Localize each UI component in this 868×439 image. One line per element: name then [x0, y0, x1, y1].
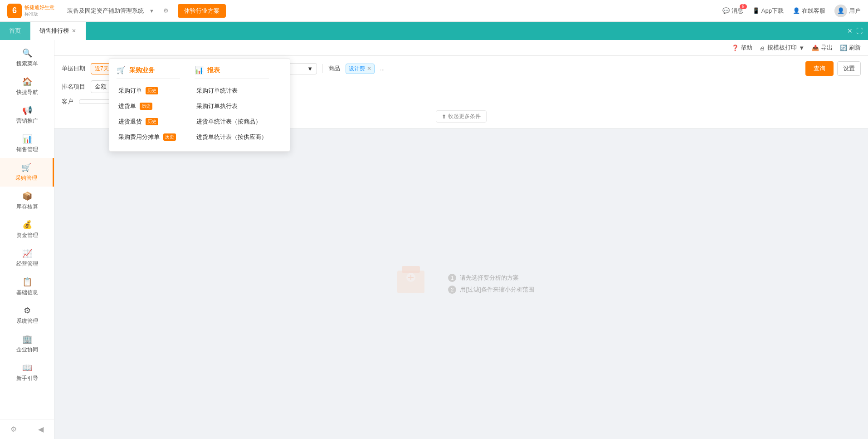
operations-icon: 📈 [22, 248, 32, 258]
expense-badge: 历史 [163, 133, 176, 141]
report-section-icon: 📊 [195, 66, 204, 74]
sidebar-item-operations[interactable]: 📈 经营管理 [0, 244, 54, 272]
tab-home[interactable]: 首页 [0, 22, 30, 40]
messages-button[interactable]: 💬 消息 9 [722, 7, 743, 15]
return-badge: 历史 [146, 118, 158, 125]
system-icon: ⚙ [24, 306, 31, 316]
finance-icon: 💰 [22, 220, 32, 230]
inbound-badge: 历史 [140, 103, 152, 110]
sidebar-item-system[interactable]: ⚙ 系统管理 [0, 301, 54, 330]
tab-maximize-icon[interactable]: ⛶ [856, 27, 863, 35]
sidebar: 🔍 搜索菜单 🏠 快捷导航 📢 营销推广 📊 销售管理 🛒 采购管理 📦 库存核… [0, 40, 54, 439]
refresh-icon: 🔄 [840, 44, 847, 51]
menu-item-purchase-stat[interactable]: 采购订单统计表 [195, 84, 269, 98]
menu-item-inbound[interactable]: 进货单 历史 [117, 99, 180, 113]
print-icon: 🖨 [760, 44, 766, 51]
print-dropdown-icon[interactable]: ▼ [799, 44, 805, 51]
sidebar-item-nav[interactable]: 🏠 快捷导航 [0, 72, 54, 101]
content-toolbar: ❓ 帮助 🖨 按模板打印 ▼ 📤 导出 🔄 刷新 [54, 40, 868, 56]
sidebar-item-purchase[interactable]: 🛒 采购管理 [0, 158, 54, 187]
menu-section-report: 📊 报表 采购订单统计表 采购订单执行表 进货单统计表（按商品） 进货单统计表（… [195, 66, 269, 144]
menu-section-purchase: 🛒 采购业务 采购订单 历史 进货单 历史 进货退货 历史 [117, 66, 180, 144]
messages-badge: 9 [740, 4, 747, 9]
purchase-section-title: 🛒 采购业务 [117, 66, 180, 79]
tab-sales-rank[interactable]: 销售排行榜 ✕ [30, 22, 86, 40]
online-service-button[interactable]: 👤 在线客服 [793, 7, 825, 15]
sidebar-item-inventory[interactable]: 📦 库存核算 [0, 187, 54, 215]
message-icon: 💬 [722, 7, 730, 14]
sidebar-settings-icon[interactable]: ⚙ [10, 425, 17, 434]
home-icon: 🏠 [22, 77, 32, 87]
topbar-right: 💬 消息 9 📱 App下载 👤 在线客服 👤 用户 [722, 5, 861, 17]
sidebar-item-finance[interactable]: 💰 资金管理 [0, 215, 54, 244]
dropdown-overlay: 🛒 采购业务 采购订单 历史 进货单 历史 进货退货 历史 [54, 58, 868, 439]
system-dropdown-icon[interactable]: ▼ [149, 8, 154, 14]
trial-button[interactable]: 体验行业方案 [178, 4, 226, 18]
purchase-section-icon: 🛒 [117, 66, 126, 74]
content-area: ❓ 帮助 🖨 按模板打印 ▼ 📤 导出 🔄 刷新 单据日期 [54, 40, 868, 439]
app-download-button[interactable]: 📱 App下载 [752, 7, 784, 15]
menu-item-return[interactable]: 进货退货 历史 [117, 115, 180, 128]
logo-sub: 标准版 [24, 11, 54, 17]
sidebar-bottom: ⚙ ◀ [0, 419, 54, 439]
sidebar-item-search[interactable]: 🔍 搜索菜单 [0, 44, 54, 72]
help-button[interactable]: ❓ 帮助 [731, 44, 752, 52]
settings-icon[interactable]: ⚙ [160, 5, 172, 17]
search-icon: 🔍 [22, 48, 32, 58]
sidebar-item-guide[interactable]: 📖 新手引导 [0, 358, 54, 387]
avatar: 👤 [834, 5, 847, 17]
guide-icon: 📖 [22, 363, 32, 373]
report-section-title: 📊 报表 [195, 66, 269, 79]
refresh-button[interactable]: 🔄 刷新 [840, 44, 861, 52]
main-layout: 🔍 搜索菜单 🏠 快捷导航 📢 营销推广 📊 销售管理 🛒 采购管理 📦 库存核… [0, 40, 868, 439]
enterprise-icon: 🏢 [22, 334, 32, 344]
tabbar: 首页 销售排行榜 ✕ ✕ ⛶ [0, 22, 868, 40]
dropdown-menu: 🛒 采购业务 采购订单 历史 进货单 历史 进货退货 历史 [109, 58, 290, 152]
menu-item-purchase-exec[interactable]: 采购订单执行表 [195, 99, 269, 113]
menu-item-purchase-order[interactable]: 采购订单 历史 [117, 84, 180, 98]
menu-item-inbound-stat-goods[interactable]: 进货单统计表（按商品） [195, 115, 269, 128]
tabbar-actions: ✕ ⛶ [847, 27, 868, 35]
tab-close-icon[interactable]: ✕ [72, 28, 76, 34]
sales-icon: 📊 [22, 134, 32, 144]
menu-item-inbound-stat-supplier[interactable]: 进货单统计表（按供应商） [195, 130, 269, 144]
print-button[interactable]: 🖨 按模板打印 ▼ [760, 44, 805, 52]
purchase-icon: 🛒 [21, 163, 31, 173]
sidebar-item-marketing[interactable]: 📢 营销推广 [0, 101, 54, 129]
sidebar-collapse-icon[interactable]: ◀ [38, 425, 44, 434]
sidebar-item-sales[interactable]: 📊 销售管理 [0, 129, 54, 158]
user-button[interactable]: 👤 用户 [834, 5, 861, 17]
logo-area: 6 畅捷通好生意 标准版 [7, 4, 62, 18]
app-icon: 📱 [752, 7, 760, 14]
sidebar-item-basic[interactable]: 📋 基础信息 [0, 272, 54, 301]
basic-icon: 📋 [22, 277, 32, 287]
inventory-icon: 📦 [22, 191, 32, 201]
menu-item-expense[interactable]: 采购费用分摊单 历史 [117, 130, 180, 144]
logo-text: 畅捷通好生意 [24, 4, 54, 10]
logo-icon: 6 [7, 4, 22, 18]
help-icon: ❓ [731, 44, 739, 51]
service-icon: 👤 [793, 7, 800, 14]
sidebar-item-enterprise[interactable]: 🏢 企业协同 [0, 330, 54, 358]
tab-close-all-icon[interactable]: ✕ [847, 27, 853, 35]
topbar: 6 畅捷通好生意 标准版 装备及固定资产辅助管理系统 ▼ ⚙ 体验行业方案 💬 … [0, 0, 868, 22]
purchase-order-badge: 历史 [146, 87, 158, 94]
export-button[interactable]: 📤 导出 [812, 44, 833, 52]
system-title: 装备及固定资产辅助管理系统 [67, 7, 144, 15]
export-icon: 📤 [812, 44, 819, 51]
marketing-icon: 📢 [22, 105, 32, 115]
